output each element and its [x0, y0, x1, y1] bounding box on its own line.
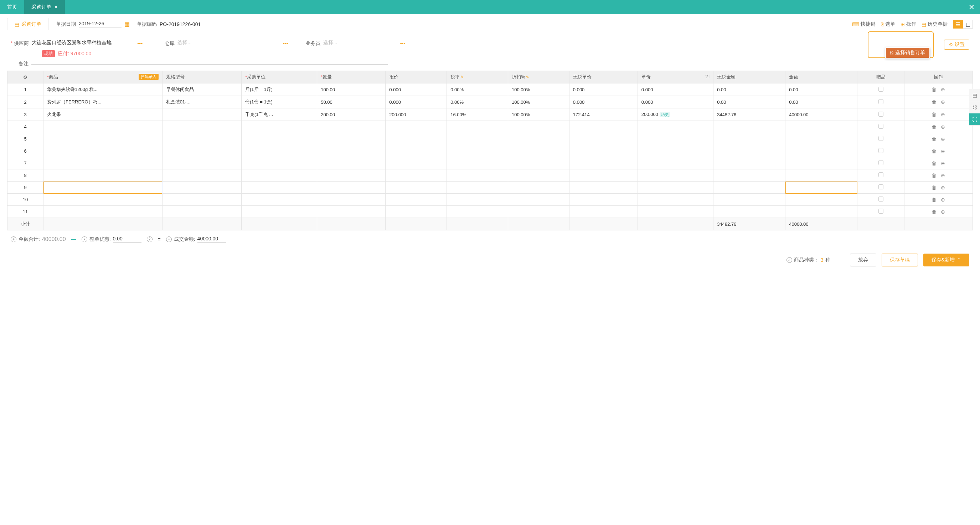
- scan-button[interactable]: 扫码录入: [138, 74, 159, 80]
- delete-icon[interactable]: 🗑: [932, 185, 937, 190]
- supplier-input[interactable]: 大连花园口经济区景和水果种植基地: [32, 40, 132, 47]
- gift-checkbox[interactable]: [878, 209, 883, 214]
- doc-type-tab[interactable]: ▤ 采购订单: [7, 18, 49, 30]
- gift-checkbox[interactable]: [878, 160, 883, 165]
- date-value[interactable]: 2019-12-26: [79, 21, 121, 27]
- add-icon[interactable]: ⊕: [941, 148, 945, 154]
- select-sales-order-button[interactable]: ⎘ 选择销售订单: [885, 47, 930, 59]
- history-link[interactable]: ▤历史单据: [921, 21, 948, 27]
- date-label: 单据日期: [56, 21, 76, 27]
- delete-icon[interactable]: 🗑: [932, 136, 937, 142]
- gift-checkbox[interactable]: [878, 87, 883, 92]
- delete-icon[interactable]: 🗑: [932, 161, 937, 166]
- salesman-input[interactable]: 选择...: [323, 40, 395, 47]
- gift-checkbox[interactable]: [878, 196, 883, 201]
- gift-checkbox[interactable]: [878, 112, 883, 116]
- table-row[interactable]: 1 华美华夫软饼1200g 糕... 早餐休闲食品 斤(1斤 = 1斤) 100…: [8, 83, 973, 96]
- add-icon[interactable]: ⊕: [941, 99, 945, 105]
- add-icon[interactable]: ⊕: [941, 209, 945, 215]
- gift-checkbox[interactable]: [878, 124, 883, 129]
- table-row[interactable]: 10 🗑⊕: [8, 194, 973, 206]
- gift-checkbox[interactable]: [878, 172, 883, 177]
- tab-order[interactable]: 采购订单 ✕: [24, 0, 65, 14]
- gear-icon: ⚙: [23, 75, 27, 80]
- link-icon[interactable]: ⛓: [969, 101, 980, 113]
- help-icon[interactable]: ?: [147, 236, 153, 242]
- add-icon[interactable]: ⊕: [941, 197, 945, 203]
- header-bar: ▤ 采购订单 单据日期 2019-12-26 ▦ 单据编码 PO-2019122…: [0, 14, 980, 34]
- gift-checkbox[interactable]: [878, 99, 883, 104]
- gift-checkbox[interactable]: [878, 184, 883, 189]
- view-list-button[interactable]: ☰: [953, 20, 963, 29]
- add-icon[interactable]: ⊕: [941, 112, 945, 117]
- col-unit: *采购单位: [242, 71, 317, 83]
- delete-icon[interactable]: 🗑: [932, 148, 937, 154]
- table-row[interactable]: 2 费列罗（FERRERO）巧... 礼盒装01-... 盒(1盒 = 1盒) …: [8, 96, 973, 109]
- code-label: 单据编码: [137, 21, 157, 27]
- code-value: PO-20191226-001: [160, 21, 200, 27]
- select-icon: ⎘: [881, 21, 884, 27]
- edit-icon[interactable]: ✎: [460, 75, 464, 79]
- discount-label: 整单优惠:: [89, 236, 111, 243]
- abandon-button[interactable]: 放弃: [850, 254, 876, 266]
- table-row[interactable]: 9 🗑⊕: [8, 182, 973, 194]
- warehouse-label: 仓库: [157, 40, 175, 47]
- calendar-icon[interactable]: ▦: [124, 21, 130, 27]
- delete-icon[interactable]: 🗑: [932, 112, 937, 117]
- shortcut-link[interactable]: ⌨快捷键: [852, 21, 876, 27]
- table-row[interactable]: 6 🗑⊕: [8, 145, 973, 157]
- remark-input[interactable]: [31, 64, 388, 65]
- salesman-more-icon[interactable]: •••: [400, 41, 406, 46]
- add-icon[interactable]: ⊕: [941, 87, 945, 93]
- discount-input[interactable]: 0.00: [113, 236, 142, 243]
- delete-icon[interactable]: 🗑: [932, 99, 937, 105]
- table-row[interactable]: 3 火龙果 千克(1千克 ... 200.00 200.000 16.00% 1…: [8, 109, 973, 121]
- add-icon[interactable]: ⊕: [941, 136, 945, 142]
- subtotal-row: 小计34482.7640000.00: [8, 218, 973, 230]
- add-icon[interactable]: ⊕: [941, 172, 945, 178]
- table-row[interactable]: 7 🗑⊕: [8, 157, 973, 169]
- window-close-icon[interactable]: ✕: [969, 3, 975, 11]
- operate-link[interactable]: ⊞操作: [900, 21, 916, 27]
- delete-icon[interactable]: 🗑: [932, 209, 937, 215]
- save-draft-button[interactable]: 保存草稿: [881, 254, 918, 266]
- add-icon[interactable]: ⊕: [941, 161, 945, 166]
- gift-checkbox[interactable]: [878, 136, 883, 141]
- tab-home[interactable]: 首页: [0, 0, 24, 14]
- save-new-button[interactable]: 保存&新增⌃: [923, 254, 969, 266]
- items-table: ⚙ *商品扫码录入 规格型号 *采购单位 *数量 报价 税率✎ 折扣%✎ 无税单…: [7, 70, 973, 230]
- add-icon[interactable]: ⊕: [941, 124, 945, 130]
- delete-icon[interactable]: 🗑: [932, 87, 937, 93]
- help-icon[interactable]: ?⃝: [705, 74, 710, 79]
- delete-icon[interactable]: 🗑: [932, 197, 937, 203]
- supplier-label: * 供应商: [11, 40, 29, 47]
- table-row[interactable]: 11 🗑⊕: [8, 206, 973, 218]
- expand-icon[interactable]: ⛶: [969, 113, 980, 126]
- select-order-link[interactable]: ⎘选单: [881, 21, 895, 27]
- close-icon[interactable]: ✕: [54, 5, 58, 10]
- col-tax: 税率✎: [447, 71, 508, 83]
- warehouse-more-icon[interactable]: •••: [283, 41, 288, 46]
- minus-sep: —: [71, 236, 76, 242]
- salesman-label: 业务员: [302, 40, 320, 47]
- history-tag[interactable]: 历史: [660, 112, 670, 117]
- table-row[interactable]: 5 🗑⊕: [8, 133, 973, 145]
- note-icon[interactable]: ▤: [969, 89, 980, 101]
- col-ops: 操作: [904, 71, 972, 83]
- table-row[interactable]: 4 🗑⊕: [8, 121, 973, 133]
- supplier-more-icon[interactable]: •••: [137, 41, 143, 46]
- settings-button[interactable]: ⚙ 设置: [944, 40, 969, 49]
- warehouse-input[interactable]: 选择...: [177, 40, 277, 47]
- col-gear[interactable]: ⚙: [8, 71, 43, 83]
- edit-icon[interactable]: ✎: [526, 75, 529, 79]
- delete-icon[interactable]: 🗑: [932, 124, 937, 130]
- delete-icon[interactable]: 🗑: [932, 172, 937, 178]
- add-icon[interactable]: ⊕: [941, 185, 945, 190]
- gift-checkbox[interactable]: [878, 148, 883, 153]
- col-notax-price: 无税单价: [569, 71, 638, 83]
- currency-icon: ¥: [11, 236, 16, 242]
- chevron-up-icon: ⌃: [957, 257, 961, 263]
- table-row[interactable]: 8 🗑⊕: [8, 169, 973, 182]
- deal-value[interactable]: 40000.00: [197, 236, 226, 243]
- view-detail-button[interactable]: ◫: [963, 20, 973, 29]
